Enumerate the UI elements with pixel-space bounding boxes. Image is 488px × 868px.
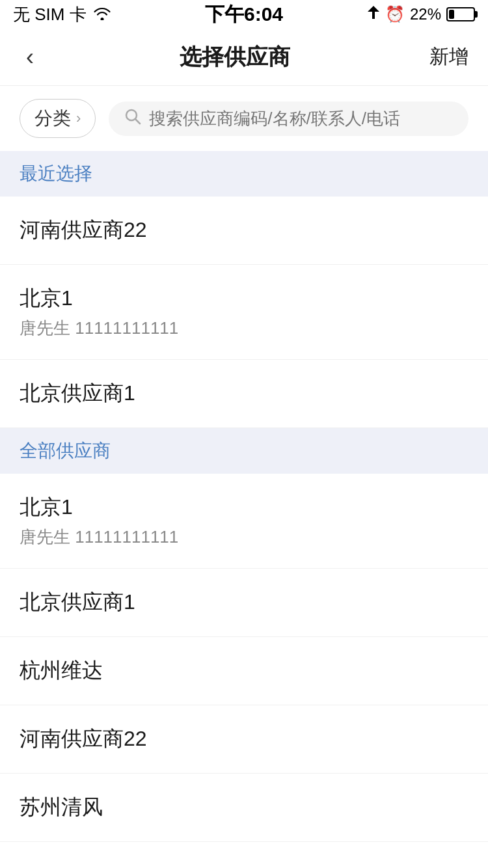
- item-name: 杭州维达: [20, 657, 468, 685]
- item-contact: 唐先生 11111111111: [20, 317, 468, 340]
- chevron-right-icon: ›: [76, 110, 81, 127]
- recent-list: 河南供应商22北京1唐先生 11111111111北京供应商1: [0, 197, 488, 428]
- search-input[interactable]: [149, 109, 453, 129]
- battery-icon: [446, 7, 475, 21]
- search-icon: [124, 108, 141, 129]
- item-name: 苏州清风: [20, 793, 468, 822]
- item-name: 河南供应商22: [20, 725, 468, 753]
- no-sim-text: 无 SIM 卡: [13, 3, 87, 26]
- page-title: 选择供应商: [180, 42, 290, 72]
- add-button[interactable]: 新增: [429, 44, 468, 70]
- search-box: [109, 102, 468, 136]
- list-item[interactable]: 苏州清风: [0, 774, 488, 842]
- nav-bar: ‹ 选择供应商 新增: [0, 29, 488, 86]
- recent-section-header: 最近选择: [0, 151, 488, 197]
- list-item[interactable]: 河南供应商22: [0, 197, 488, 265]
- item-contact: 唐先生 11111111111: [20, 526, 468, 549]
- item-name: 北京1: [20, 284, 468, 313]
- wifi-icon: [93, 5, 111, 25]
- item-name: 河南供应商22: [20, 216, 468, 245]
- svg-line-1: [135, 119, 140, 124]
- back-button[interactable]: ‹: [20, 37, 40, 77]
- status-left: 无 SIM 卡: [13, 3, 111, 26]
- status-bar: 无 SIM 卡 下午6:04 ⏰ 22%: [0, 0, 488, 29]
- item-name: 北京供应商1: [20, 588, 468, 617]
- list-item[interactable]: 北京1唐先生 11111111111: [0, 265, 488, 360]
- list-item[interactable]: 杭州维达: [0, 637, 488, 705]
- status-time: 下午6:04: [205, 1, 283, 28]
- all-section-header: 全部供应商: [0, 428, 488, 474]
- list-item[interactable]: 北京供应商1: [0, 360, 488, 428]
- all-list: 北京1唐先生 11111111111北京供应商1杭州维达河南供应商22苏州清风: [0, 474, 488, 842]
- all-section-label: 全部供应商: [20, 441, 111, 461]
- list-item[interactable]: 北京1唐先生 11111111111: [0, 474, 488, 569]
- category-button[interactable]: 分类 ›: [20, 99, 96, 138]
- item-name: 北京1: [20, 493, 468, 522]
- location-icon: [367, 5, 380, 23]
- list-item[interactable]: 北京供应商1: [0, 569, 488, 637]
- category-label: 分类: [34, 106, 71, 131]
- filter-bar: 分类 ›: [0, 86, 488, 151]
- status-right: ⏰ 22%: [367, 5, 475, 23]
- alarm-icon: ⏰: [385, 5, 405, 23]
- list-item[interactable]: 河南供应商22: [0, 705, 488, 774]
- item-name: 北京供应商1: [20, 379, 468, 408]
- recent-section-label: 最近选择: [20, 163, 92, 183]
- battery-percentage: 22%: [410, 5, 441, 23]
